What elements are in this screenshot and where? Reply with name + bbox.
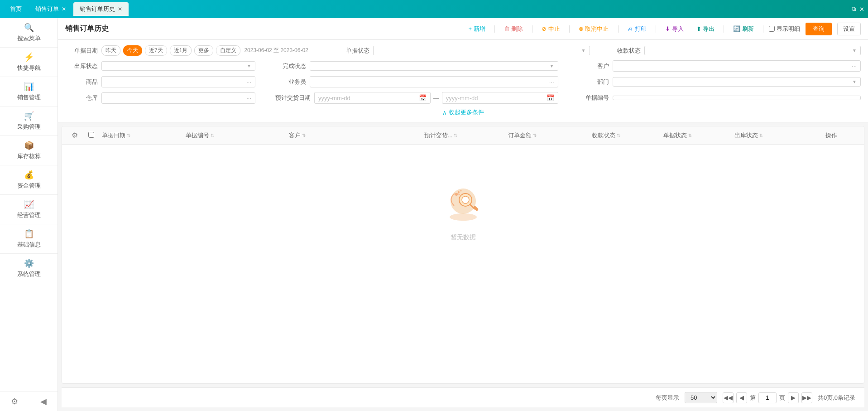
filter-row-goods: 商品 ··· 业务员 ··· bbox=[65, 76, 861, 87]
purchase-mgmt-icon: 🛒 bbox=[24, 111, 34, 121]
display-detail-input[interactable] bbox=[769, 26, 775, 32]
query-button[interactable]: 查询 bbox=[806, 23, 832, 35]
sidebar-item-sales[interactable]: 📊 销售管理 bbox=[0, 77, 58, 106]
th-date[interactable]: 单据日期 ⇅ bbox=[98, 131, 182, 140]
salesperson-input[interactable]: ··· bbox=[310, 76, 558, 87]
export-button[interactable]: ⬆ 导出 bbox=[693, 23, 719, 35]
sidebar-basic-label: 基础信息 bbox=[17, 241, 41, 249]
date-btn-today[interactable]: 今天 bbox=[123, 45, 142, 56]
th-receipt-sort: ⇅ bbox=[617, 133, 620, 138]
out-status-select[interactable]: ▼ bbox=[101, 61, 255, 71]
tab-sales-history[interactable]: 销售订单历史 ✕ bbox=[73, 2, 129, 16]
import-button[interactable]: ⬇ 导入 bbox=[662, 23, 687, 35]
order-status-arrow: ▼ bbox=[581, 48, 586, 53]
next-page-button[interactable]: ▶ bbox=[788, 392, 799, 403]
th-order-sort: ⇅ bbox=[688, 133, 692, 138]
last-page-button[interactable]: ▶▶ bbox=[801, 392, 812, 403]
th-order-status[interactable]: 单据状态 ⇅ bbox=[660, 131, 731, 140]
order-status-select[interactable]: ▼ bbox=[373, 46, 590, 55]
receipt-status-select[interactable]: ▼ bbox=[644, 46, 861, 55]
date-range-text: 2023-06-02 至 2023-06-02 bbox=[244, 47, 308, 54]
tab-home[interactable]: 首页 bbox=[4, 2, 28, 16]
first-page-button[interactable]: ◀◀ bbox=[723, 392, 734, 403]
table-footer: 每页显示 50 20 100 ◀◀ ◀ 第 页 ▶ ▶ bbox=[62, 387, 864, 407]
sidebar-item-quicknav[interactable]: ⚡ 快捷导航 bbox=[0, 48, 58, 77]
date-label: 单据日期 bbox=[65, 47, 101, 55]
warehouse-input[interactable]: ··· bbox=[101, 92, 255, 104]
delivery-end-placeholder: yyyy-mm-dd bbox=[446, 95, 478, 102]
date-btn-custom[interactable]: 自定义 bbox=[216, 45, 240, 56]
sidebar-item-basic[interactable]: 📋 基础信息 bbox=[0, 224, 58, 254]
th-number-sort: ⇅ bbox=[211, 133, 214, 138]
date-btn-1month[interactable]: 近1月 bbox=[170, 45, 192, 56]
filter-row-date: 单据日期 昨天 今天 近7天 近1月 更多 自定义 2023-06-02 至 2… bbox=[65, 45, 861, 56]
th-delivery-label: 预计交货... bbox=[424, 131, 453, 140]
stop-button[interactable]: ⊘ 中止 bbox=[538, 23, 564, 35]
dept-select[interactable]: ▼ bbox=[613, 77, 861, 87]
sidebar-item-system[interactable]: ⚙️ 系统管理 bbox=[0, 254, 58, 283]
pagination: ◀◀ ◀ 第 页 ▶ ▶▶ bbox=[723, 392, 812, 403]
empty-illustration bbox=[441, 181, 486, 226]
toolbar: + 新增 🗑 删除 ⊘ 中止 ⊗ 取消中止 🖨 打印 ⬇ 导入 ⬆ 导出 🔄 刷… bbox=[465, 23, 861, 35]
date-btn-yesterday[interactable]: 昨天 bbox=[101, 45, 120, 56]
collapse-row[interactable]: ∧ 收起更多条件 bbox=[65, 108, 861, 116]
print-button[interactable]: 🖨 打印 bbox=[624, 23, 651, 35]
delete-button[interactable]: 🗑 删除 bbox=[500, 23, 527, 35]
table-header: ⚙ 单据日期 ⇅ 单据编号 ⇅ 客户 ⇅ 预计交货... bbox=[62, 126, 864, 145]
th-checkbox[interactable] bbox=[84, 132, 98, 139]
select-all-checkbox[interactable] bbox=[88, 132, 94, 138]
per-page-select[interactable]: 50 20 100 bbox=[685, 392, 717, 403]
delivery-end-cal-icon: 📅 bbox=[547, 94, 554, 102]
delivery-start-input[interactable]: yyyy-mm-dd 📅 bbox=[314, 92, 431, 104]
tab-sales-history-close[interactable]: ✕ bbox=[118, 6, 122, 12]
date-btn-more[interactable]: 更多 bbox=[194, 45, 213, 56]
tab-sales-order[interactable]: 销售订单 ✕ bbox=[29, 2, 72, 16]
topbar-right: ⧉ ✕ bbox=[852, 5, 864, 13]
delivery-end-input[interactable]: yyyy-mm-dd 📅 bbox=[442, 92, 558, 104]
refresh-button[interactable]: 🔄 刷新 bbox=[729, 23, 758, 35]
warehouse-label: 仓库 bbox=[65, 94, 101, 102]
sidebar-item-inventory[interactable]: 📦 库存核算 bbox=[0, 136, 58, 165]
tab-sales-order-close[interactable]: ✕ bbox=[62, 6, 66, 12]
order-no-label: 单据编号 bbox=[576, 94, 613, 102]
page-input[interactable] bbox=[758, 392, 777, 403]
sidebar-item-operations[interactable]: 📈 经营管理 bbox=[0, 195, 58, 224]
warehouse-dots: ··· bbox=[246, 95, 251, 102]
customer-dots: ··· bbox=[852, 63, 857, 69]
th-out-status-label: 出库状态 bbox=[734, 131, 758, 140]
divider-3 bbox=[569, 25, 570, 33]
goods-input[interactable]: ··· bbox=[101, 76, 255, 87]
sidebar-item-finance[interactable]: 💰 资金管理 bbox=[0, 165, 58, 195]
date-btn-7days[interactable]: 近7天 bbox=[145, 45, 167, 56]
svg-point-6 bbox=[455, 193, 458, 196]
th-delivery[interactable]: 预计交货... ⇅ bbox=[421, 131, 504, 140]
sidebar-item-search[interactable]: 🔍 搜索菜单 bbox=[0, 18, 58, 48]
page-title: 销售订单历史 bbox=[65, 24, 109, 34]
sidebar-sales-label: 销售管理 bbox=[17, 93, 41, 102]
new-button[interactable]: + 新增 bbox=[465, 23, 489, 35]
sidebar-collapse-icon[interactable]: ◀ bbox=[40, 396, 47, 406]
out-status-label: 出库状态 bbox=[65, 62, 101, 70]
delivery-start-cal-icon: 📅 bbox=[419, 94, 427, 102]
prev-page-button[interactable]: ◀ bbox=[736, 392, 747, 403]
prev-page-icon: ◀ bbox=[739, 394, 744, 401]
close-window-icon[interactable]: ✕ bbox=[859, 6, 864, 13]
complete-status-select[interactable]: ▼ bbox=[310, 61, 558, 71]
th-number-label: 单据编号 bbox=[186, 131, 209, 140]
th-number[interactable]: 单据编号 ⇅ bbox=[182, 131, 285, 140]
order-no-input[interactable] bbox=[613, 96, 861, 100]
display-detail-checkbox[interactable]: 显示明细 bbox=[769, 25, 800, 33]
settings-button[interactable]: 设置 bbox=[837, 23, 861, 35]
cancel-button[interactable]: ⊗ 取消中止 bbox=[575, 23, 613, 35]
th-customer[interactable]: 客户 ⇅ bbox=[285, 131, 420, 140]
sidebar-settings-icon[interactable]: ⚙ bbox=[11, 396, 18, 406]
delivery-start-placeholder: yyyy-mm-dd bbox=[318, 95, 350, 102]
th-receipt-status[interactable]: 收款状态 ⇅ bbox=[588, 131, 659, 140]
svg-point-7 bbox=[458, 191, 460, 193]
th-out-status[interactable]: 出库状态 ⇅ bbox=[731, 131, 802, 140]
sidebar-item-purchase[interactable]: 🛒 采购管理 bbox=[0, 106, 58, 136]
th-amount[interactable]: 订单金额 ⇅ bbox=[504, 131, 588, 140]
restore-icon[interactable]: ⧉ bbox=[852, 5, 856, 13]
th-gear[interactable]: ⚙ bbox=[66, 131, 84, 140]
customer-input[interactable]: ··· bbox=[613, 60, 861, 72]
